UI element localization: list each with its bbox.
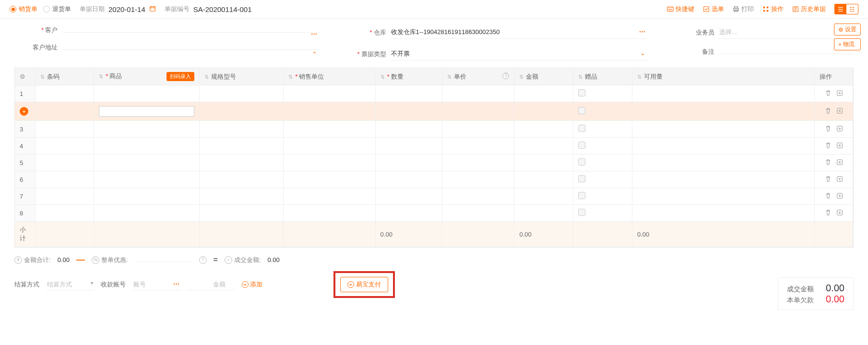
cell-qty[interactable] [375, 138, 442, 155]
delete-row-icon[interactable] [825, 125, 832, 133]
address-select[interactable]: ⌄ [62, 46, 319, 50]
print-button[interactable]: 打印 [733, 5, 754, 13]
cell-spec[interactable] [200, 85, 284, 102]
cell-barcode[interactable] [35, 102, 94, 121]
cell-gift[interactable] [573, 121, 632, 138]
history-button[interactable]: 历史单据 [792, 5, 826, 13]
discount-input[interactable] [135, 258, 192, 262]
cell-gift[interactable] [573, 138, 632, 155]
operate-button[interactable]: 操作 [762, 5, 784, 13]
customer-input[interactable]: ⋯ [62, 28, 319, 33]
cell-unit[interactable] [284, 155, 375, 171]
cell-qty[interactable] [375, 85, 442, 102]
delete-row-icon[interactable] [825, 90, 832, 98]
cell-price[interactable] [442, 155, 514, 171]
cell-gift[interactable] [573, 171, 632, 188]
cell-gift[interactable] [573, 155, 632, 171]
cell-product[interactable] [94, 102, 200, 121]
insert-row-icon[interactable] [836, 90, 843, 98]
more-icon[interactable]: ⋯ [311, 30, 317, 37]
cell-product[interactable] [94, 85, 200, 102]
view-compact-icon[interactable]: ☰ [835, 4, 846, 14]
add-row-button[interactable]: + [20, 107, 28, 116]
cell-barcode[interactable] [35, 121, 94, 138]
cell-unit[interactable] [284, 138, 375, 155]
help-icon[interactable]: ? [199, 256, 207, 264]
insert-row-icon[interactable] [836, 107, 843, 116]
cell-price[interactable] [442, 85, 514, 102]
cell-qty[interactable] [375, 171, 442, 188]
cell-product[interactable] [94, 205, 200, 222]
table-row[interactable]: 8 [15, 205, 853, 222]
cell-product[interactable] [94, 155, 200, 171]
cell-spec[interactable] [200, 171, 284, 188]
table-row[interactable]: 3 [15, 121, 853, 138]
amount-input[interactable]: 金额 [187, 279, 235, 290]
cell-qty[interactable] [375, 102, 442, 121]
cell-barcode[interactable] [35, 155, 94, 171]
delete-row-icon[interactable] [825, 159, 832, 167]
insert-row-icon[interactable] [836, 209, 843, 217]
col-gift[interactable]: ⇅赠品 [573, 68, 632, 85]
cell-barcode[interactable] [35, 85, 94, 102]
cell-gift[interactable] [573, 188, 632, 205]
insert-row-icon[interactable] [836, 192, 843, 201]
cell-price[interactable] [442, 121, 514, 138]
gift-checkbox[interactable] [578, 107, 585, 114]
cell-qty[interactable] [375, 121, 442, 138]
gift-checkbox[interactable] [578, 89, 585, 96]
insert-row-icon[interactable] [836, 176, 843, 184]
delete-row-icon[interactable] [825, 192, 832, 201]
cell-unit[interactable] [284, 205, 375, 222]
shortcut-button[interactable]: 快捷键 [667, 5, 694, 13]
delete-row-icon[interactable] [825, 176, 832, 184]
col-barcode[interactable]: ⇅条码 [35, 68, 94, 85]
cell-barcode[interactable] [35, 171, 94, 188]
col-product[interactable]: ⇅*商品扫码录入 [94, 68, 200, 85]
col-price[interactable]: ⇅单价? [442, 68, 514, 85]
table-row[interactable]: 1 [15, 85, 853, 102]
date-value[interactable]: 2020-01-14 [108, 5, 145, 13]
remark-input[interactable] [719, 50, 854, 54]
table-row[interactable]: 5 [15, 155, 853, 171]
cell-amount[interactable] [514, 205, 573, 222]
cell-gift[interactable] [573, 85, 632, 102]
gift-checkbox[interactable] [578, 192, 585, 199]
cell-price[interactable] [442, 205, 514, 222]
cell-spec[interactable] [200, 155, 284, 171]
cell-amount[interactable] [514, 102, 573, 121]
cell-amount[interactable] [514, 85, 573, 102]
table-row[interactable]: 6 [15, 171, 853, 188]
scan-entry-button[interactable]: 扫码录入 [166, 72, 194, 81]
col-unit[interactable]: ⇅*销售单位 [284, 68, 375, 85]
cell-product[interactable] [94, 121, 200, 138]
table-row[interactable]: + [15, 102, 853, 121]
cell-unit[interactable] [284, 85, 375, 102]
radio-sales-order[interactable]: 销货单 [10, 5, 37, 13]
cell-gift[interactable] [573, 102, 632, 121]
delete-row-icon[interactable] [825, 209, 832, 217]
cell-spec[interactable] [200, 205, 284, 222]
settle-method-select[interactable]: 结算方式▾ [46, 279, 94, 290]
invoice-select[interactable]: 不开票⌄ [391, 48, 648, 60]
gift-checkbox[interactable] [578, 125, 585, 132]
recv-account-select[interactable]: 账号⋯ [132, 279, 180, 290]
delete-row-icon[interactable] [825, 107, 832, 116]
insert-row-icon[interactable] [836, 125, 843, 133]
cell-price[interactable] [442, 138, 514, 155]
cell-product[interactable] [94, 188, 200, 205]
cell-gift[interactable] [573, 205, 632, 222]
calendar-icon[interactable] [149, 5, 156, 13]
select-order-button[interactable]: 选单 [703, 5, 724, 13]
insert-row-icon[interactable] [836, 142, 843, 150]
gift-checkbox[interactable] [578, 209, 585, 216]
cell-price[interactable] [442, 102, 514, 121]
cell-barcode[interactable] [35, 205, 94, 222]
cell-unit[interactable] [284, 188, 375, 205]
table-settings-button[interactable]: ⚙ [15, 68, 35, 85]
cell-product[interactable] [94, 171, 200, 188]
gift-checkbox[interactable] [578, 175, 585, 182]
col-amount[interactable]: ⇅金额 [514, 68, 573, 85]
cell-spec[interactable] [200, 188, 284, 205]
col-spec[interactable]: ⇅规格型号 [200, 68, 284, 85]
